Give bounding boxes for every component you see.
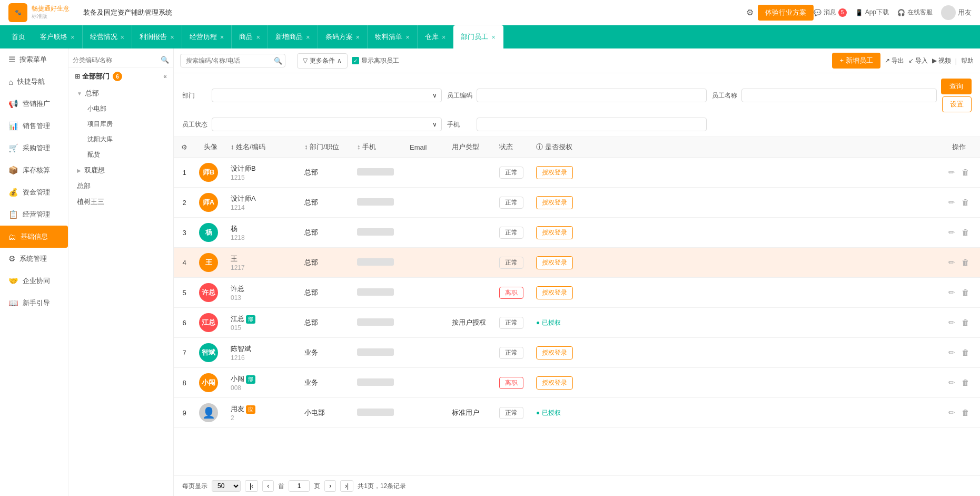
export-button[interactable]: ↗ 导出 (885, 56, 904, 65)
edit-button[interactable]: ✏ (946, 257, 957, 268)
sidebar-item-marketing[interactable]: 📢 营销推广 (0, 93, 68, 115)
dept-filter-select[interactable]: ∨ (212, 89, 442, 102)
sidebar-item-guide[interactable]: 📖 新手引导 (0, 292, 68, 314)
sidebar-item-inventory[interactable]: 📦 库存核算 (0, 159, 68, 181)
nav-tab-barcode[interactable]: 条码方案 × (318, 25, 368, 48)
dept-tree-item-zhishu[interactable]: 植树王三 (68, 194, 173, 210)
search-input[interactable] (180, 54, 285, 67)
auth-login-button[interactable]: 授权登录 (536, 346, 573, 359)
delete-button[interactable]: 🗑 (959, 377, 972, 388)
nav-tab-warehouse[interactable]: 仓库 × (418, 25, 454, 48)
show-resigned-toggle[interactable]: ✓ 显示离职员工 (352, 56, 399, 65)
delete-button[interactable]: 🗑 (959, 167, 972, 178)
page-number-input[interactable] (289, 480, 310, 492)
edit-button[interactable]: ✏ (946, 407, 957, 419)
dept-tree-item-xiaodibu[interactable]: 小电部 (68, 101, 173, 116)
dept-collapse-button[interactable]: « (163, 73, 167, 80)
auth-login-button[interactable]: 授权登录 (536, 196, 573, 209)
sidebar-item-shortcut[interactable]: ⌂ 快捷导航 (0, 71, 68, 93)
close-icon[interactable]: × (71, 33, 75, 41)
add-employee-button[interactable]: + 新增员工 (832, 53, 880, 69)
user-area[interactable]: 用友 (941, 5, 972, 20)
nav-tab-profit[interactable]: 利润报告 × (132, 25, 182, 48)
phone-filter-input[interactable] (477, 118, 707, 131)
nav-tab-new-goods[interactable]: 新增商品 × (268, 25, 318, 48)
next-page-button[interactable]: › (324, 480, 336, 492)
dept-tree-item-zonbu[interactable]: ▼ 总部 (68, 85, 173, 101)
dept-tree-item-zonbu2[interactable]: 总部 (68, 178, 173, 194)
sidebar-item-finance[interactable]: 💰 资金管理 (0, 181, 68, 203)
sidebar-item-sales[interactable]: 📊 销售管理 (0, 115, 68, 137)
trial-button[interactable]: 体验行业方案 (758, 5, 814, 21)
close-icon[interactable]: × (170, 33, 174, 41)
edit-button[interactable]: ✏ (946, 197, 957, 208)
th-settings[interactable]: ⚙ (174, 137, 195, 158)
edit-button[interactable]: ✏ (946, 377, 957, 388)
nav-tab-history[interactable]: 经营历程 × (182, 25, 232, 48)
per-page-select[interactable]: 50 100 (212, 480, 241, 492)
th-name[interactable]: ↕ 姓名/编码 (226, 137, 300, 158)
sidebar-item-basic[interactable]: 🗂 基础信息 (0, 226, 68, 248)
help-button[interactable]: 帮助 (961, 56, 974, 65)
delete-button[interactable]: 🗑 (959, 407, 972, 418)
edit-button[interactable]: ✏ (946, 347, 957, 358)
th-phone[interactable]: ↕ 手机 (353, 137, 405, 158)
close-icon[interactable]: × (306, 33, 310, 41)
query-button[interactable]: 查询 (941, 79, 972, 94)
message-button[interactable]: 💬 消息 5 (814, 8, 847, 17)
empname-filter-input[interactable] (741, 89, 937, 102)
nav-tab-customer[interactable]: 客户联络 × (33, 25, 83, 48)
edit-button[interactable]: ✏ (946, 167, 957, 178)
auth-login-button[interactable]: 授权登录 (536, 376, 573, 390)
auth-login-button[interactable]: 授权登录 (536, 166, 573, 179)
sidebar-item-system[interactable]: ⚙ 系统管理 (0, 248, 68, 270)
import-button[interactable]: ↙ 导入 (908, 56, 928, 65)
th-dept[interactable]: ↕ 部门/职位 (300, 137, 353, 158)
nav-home-tab[interactable]: 首页 (4, 32, 33, 42)
nav-tab-employee[interactable]: 部门员工 × (453, 25, 503, 48)
last-page-button[interactable]: ›| (340, 480, 353, 492)
dept-tree-item-shuangluxiang[interactable]: ▶ 双鹿想 (68, 162, 173, 178)
sidebar-item-collab[interactable]: 🤝 企业协同 (0, 270, 68, 292)
close-icon[interactable]: × (356, 33, 360, 41)
dept-tree-item-shenyang[interactable]: 沈阳大库 (68, 132, 173, 147)
delete-button[interactable]: 🗑 (959, 257, 972, 268)
delete-button[interactable]: 🗑 (959, 227, 972, 238)
edit-button[interactable]: ✏ (946, 287, 957, 298)
filter-more-button[interactable]: ▽ 更多条件 ∧ (297, 53, 348, 69)
close-icon[interactable]: × (256, 33, 260, 41)
close-icon[interactable]: × (405, 33, 410, 41)
reset-button[interactable]: 设置 (942, 96, 972, 112)
dept-tree-item-peihuo[interactable]: 配货 (68, 147, 173, 162)
delete-button[interactable]: 🗑 (959, 347, 972, 358)
service-button[interactable]: 🎧 在线客服 (897, 8, 933, 17)
delete-button[interactable]: 🗑 (959, 287, 972, 298)
sidebar-item-purchase[interactable]: 🛒 采购管理 (0, 137, 68, 159)
delete-button[interactable]: 🗑 (959, 197, 972, 208)
auth-login-button[interactable]: 授权登录 (536, 286, 573, 299)
gear-icon[interactable]: ⚙ (746, 7, 754, 17)
dept-search-input[interactable] (73, 56, 161, 64)
view-button[interactable]: ▶ 视频 (932, 56, 951, 65)
status-filter-select[interactable]: ∨ (212, 118, 442, 131)
nav-tab-goods[interactable]: 商品 × (232, 25, 268, 48)
empcode-filter-input[interactable] (477, 89, 707, 102)
dept-tree-item-xiangmu[interactable]: 项目库房 (68, 116, 173, 132)
edit-button[interactable]: ✏ (946, 317, 957, 328)
app-download-button[interactable]: 📱 App下载 (855, 8, 889, 17)
edit-button[interactable]: ✏ (946, 227, 957, 238)
auth-login-button[interactable]: 授权登录 (536, 256, 573, 269)
auth-login-button[interactable]: 授权登录 (536, 226, 573, 239)
nav-tab-bom[interactable]: 物料清单 × (368, 25, 418, 48)
nav-tab-operation[interactable]: 经营情况 × (83, 25, 133, 48)
close-icon[interactable]: × (491, 33, 496, 41)
sidebar-item-search[interactable]: ☰ 搜索菜单 (0, 48, 68, 71)
close-icon[interactable]: × (442, 33, 446, 41)
close-icon[interactable]: × (121, 33, 125, 41)
first-page-button[interactable]: |‹ (245, 480, 258, 492)
close-icon[interactable]: × (220, 33, 224, 41)
delete-button[interactable]: 🗑 (959, 317, 972, 328)
employee-name: 小闯 (231, 375, 244, 383)
sidebar-item-management[interactable]: 📋 经营管理 (0, 203, 68, 226)
prev-page-button[interactable]: ‹ (262, 480, 274, 492)
